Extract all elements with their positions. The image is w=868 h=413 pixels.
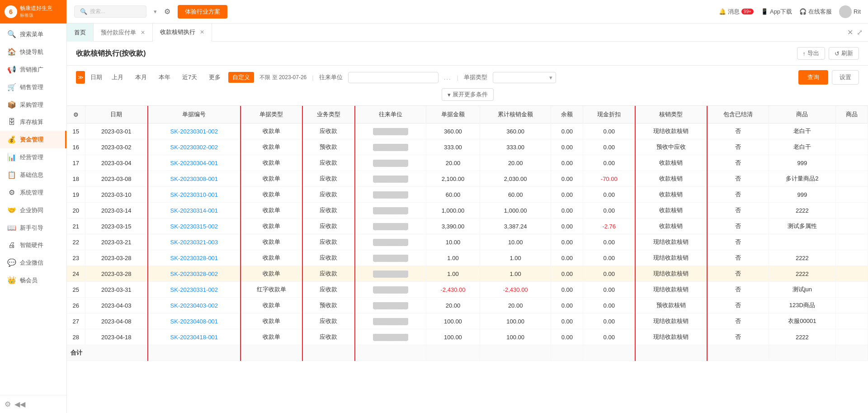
date-last-month[interactable]: 上月 bbox=[108, 72, 127, 83]
industry-btn[interactable]: 体验行业方案 bbox=[178, 5, 227, 19]
close-all-icon[interactable]: ✕ bbox=[847, 28, 853, 37]
cell-doc-type: 收款单 bbox=[241, 218, 302, 234]
online-service-label: 在线客服 bbox=[808, 8, 832, 16]
sidebar-item-经营管理[interactable]: 📊经营管理 bbox=[0, 148, 66, 166]
cell-doc-type: 收款单 bbox=[241, 155, 302, 171]
doc-no-link[interactable]: SK-20230301-002 bbox=[170, 128, 218, 135]
cell-writeoff: 360.00 bbox=[480, 123, 551, 139]
footer-label: 合计 bbox=[67, 345, 148, 361]
sidebar-item-系统管理[interactable]: ⚙系统管理 bbox=[0, 184, 66, 201]
table-container: ⚙ 日期 单据编号 单据类型 业务类型 往来单位 单据金额 累计核销金额 余额 … bbox=[67, 106, 868, 413]
doc-no-link[interactable]: SK-20230418-001 bbox=[170, 334, 218, 341]
table-row: 23 2023-03-28 SK-20230328-001 收款单 应收款 ██… bbox=[67, 250, 868, 266]
cell-product2 bbox=[835, 234, 868, 250]
doc-no-link[interactable]: SK-20230308-001 bbox=[170, 176, 218, 182]
footer-product1 bbox=[769, 345, 836, 361]
tab-home[interactable]: 首页 bbox=[67, 24, 94, 42]
tab-prepayment-close[interactable]: ✕ bbox=[141, 29, 145, 36]
doc-no-link[interactable]: SK-20230331-002 bbox=[170, 286, 218, 293]
collapse-icon[interactable]: ◀◀ bbox=[14, 400, 25, 408]
th-settings[interactable]: ⚙ bbox=[67, 106, 85, 123]
cell-amount: 3,390.00 bbox=[426, 218, 480, 234]
doc-no-link[interactable]: SK-20230328-001 bbox=[170, 255, 218, 261]
doc-no-link[interactable]: SK-20230310-001 bbox=[170, 191, 218, 198]
toggle-filter-btn[interactable]: ≫ bbox=[76, 71, 85, 84]
sidebar-item-搜索菜单[interactable]: 🔍搜索菜单 bbox=[0, 25, 66, 43]
tab-prepayment[interactable]: 预付款应付单 ✕ bbox=[94, 24, 153, 42]
sidebar-icon: 🗄 bbox=[7, 118, 16, 126]
sidebar-item-智能硬件[interactable]: 🖨智能硬件 bbox=[0, 237, 66, 254]
cell-product2 bbox=[835, 298, 868, 313]
refresh-btn[interactable]: ↺ 刷新 bbox=[829, 47, 859, 60]
doc-no-link[interactable]: SK-20230302-002 bbox=[170, 144, 218, 151]
doc-no-link[interactable]: SK-20230314-001 bbox=[170, 207, 218, 214]
cell-product2 bbox=[835, 123, 868, 139]
counterparty-input[interactable] bbox=[348, 72, 439, 83]
notification-item[interactable]: 🔔 消息 99+ bbox=[719, 8, 754, 16]
cell-product1: 2222 bbox=[769, 250, 836, 266]
tab-writeoff[interactable]: 收款核销执行 ✕ bbox=[153, 24, 212, 42]
date-custom[interactable]: 自定义 bbox=[228, 72, 254, 83]
cell-counterparty: ████████ bbox=[355, 329, 426, 345]
app-download-item[interactable]: 📱 App下载 bbox=[761, 8, 792, 16]
phone-icon: 📱 bbox=[761, 8, 768, 15]
topbar-search[interactable]: 🔍 搜索... bbox=[74, 5, 146, 18]
cell-biz-type: 应收款 bbox=[302, 155, 355, 171]
tab-writeoff-close[interactable]: ✕ bbox=[200, 29, 204, 35]
expand-more-btn[interactable]: ▾ 展开更多条件 bbox=[442, 88, 494, 101]
doc-no-link[interactable]: SK-20230403-002 bbox=[170, 302, 218, 309]
cell-no: 23 bbox=[67, 250, 85, 266]
th-doc-type: 单据类型 bbox=[241, 106, 302, 123]
cell-discount: 0.00 bbox=[583, 250, 635, 266]
sidebar-item-企业微信[interactable]: 💬企业微信 bbox=[0, 254, 66, 271]
filter-sep-2: | bbox=[457, 74, 458, 81]
sidebar-item-资金管理[interactable]: 💰资金管理 bbox=[0, 131, 66, 148]
date-more[interactable]: 更多 bbox=[205, 72, 225, 83]
headset-icon: 🎧 bbox=[799, 8, 807, 15]
gear-icon[interactable]: ⚙ bbox=[164, 7, 170, 16]
cell-counterparty: ████████ bbox=[355, 266, 426, 282]
sidebar-icon: 👑 bbox=[7, 276, 16, 285]
date-options: 上月 本月 本年 近7天 更多 自定义 bbox=[108, 72, 254, 83]
date-this-year[interactable]: 本年 bbox=[155, 72, 175, 83]
date-last-7[interactable]: 近7天 bbox=[178, 72, 201, 83]
cell-discount: 0.00 bbox=[583, 266, 635, 282]
expand-tab-icon[interactable]: ⤢ bbox=[857, 28, 863, 37]
cell-doc-no: SK-20230302-002 bbox=[148, 139, 241, 155]
sidebar-icon: 🔍 bbox=[7, 30, 16, 38]
cell-biz-type: 预收款 bbox=[302, 139, 355, 155]
sidebar-item-销售管理[interactable]: 🛒销售管理 bbox=[0, 78, 66, 96]
doc-no-link[interactable]: SK-20230328-002 bbox=[170, 271, 218, 277]
sidebar-item-畅会员[interactable]: 👑畅会员 bbox=[0, 271, 66, 289]
date-label: 日期 bbox=[90, 73, 102, 81]
sidebar-item-采购管理[interactable]: 📦采购管理 bbox=[0, 96, 66, 114]
user-info[interactable]: Rit bbox=[839, 5, 861, 18]
doc-no-link[interactable]: SK-20230408-001 bbox=[170, 318, 218, 325]
doc-no-link[interactable]: SK-20230315-002 bbox=[170, 223, 218, 230]
date-this-month[interactable]: 本月 bbox=[131, 72, 151, 83]
notification-badge: 99+ bbox=[741, 9, 754, 14]
sidebar-item-营销推广[interactable]: 📢营销推广 bbox=[0, 61, 66, 78]
sidebar-label: 新手引导 bbox=[20, 224, 43, 232]
sidebar-item-企业协同[interactable]: 🤝企业协同 bbox=[0, 201, 66, 219]
filter-settings-btn[interactable]: 设置 bbox=[832, 70, 859, 85]
sidebar-item-基础信息[interactable]: 📋基础信息 bbox=[0, 166, 66, 184]
settings-icon[interactable]: ⚙ bbox=[5, 400, 11, 408]
cell-product2 bbox=[835, 187, 868, 203]
cell-product1: 999 bbox=[769, 187, 836, 203]
dropdown-icon[interactable]: ▾ bbox=[154, 8, 157, 15]
sidebar-item-库存核算[interactable]: 🗄库存核算 bbox=[0, 114, 66, 131]
table-row: 22 2023-03-21 SK-20230321-003 收款单 应收款 ██… bbox=[67, 234, 868, 250]
online-service-item[interactable]: 🎧 在线客服 bbox=[799, 8, 832, 16]
doc-no-link[interactable]: SK-20230304-001 bbox=[170, 160, 218, 166]
sidebar-item-新手引导[interactable]: 📖新手引导 bbox=[0, 219, 66, 237]
cell-amount: 60.00 bbox=[426, 187, 480, 203]
doc-type-select[interactable] bbox=[493, 72, 556, 83]
table-row: 24 2023-03-28 SK-20230328-002 收款单 应收款 ██… bbox=[67, 266, 868, 282]
cell-no: 25 bbox=[67, 282, 85, 298]
th-product1: 商品 bbox=[769, 106, 836, 123]
export-btn[interactable]: ↑ 导出 bbox=[797, 47, 826, 60]
doc-no-link[interactable]: SK-20230321-003 bbox=[170, 239, 218, 246]
query-btn[interactable]: 查询 bbox=[798, 70, 828, 85]
sidebar-item-快捷导航[interactable]: 🏠快捷导航 bbox=[0, 43, 66, 61]
